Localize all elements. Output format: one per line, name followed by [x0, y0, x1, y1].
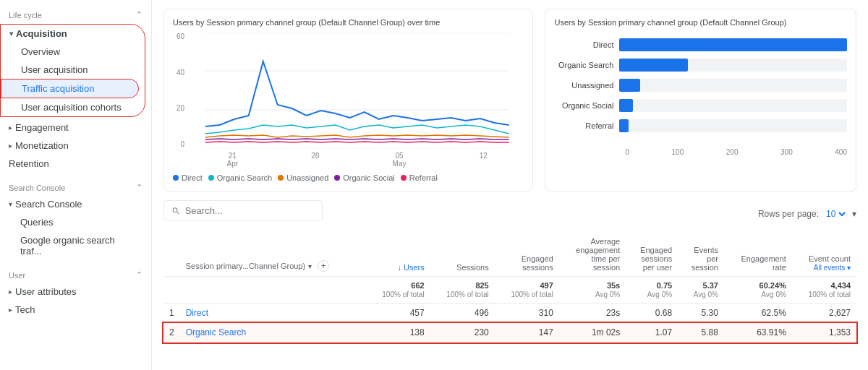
total-engaged-value: 497 — [540, 281, 553, 290]
row2-users: 138 — [366, 323, 430, 343]
sidebar-item-search-console[interactable]: ▾ Search Console — [0, 195, 145, 213]
lifecycle-collapse-icon[interactable]: ⌃ — [136, 10, 142, 20]
th-sessions[interactable]: Sessions — [430, 233, 495, 277]
bar-x-100: 100 — [672, 148, 684, 156]
data-table: Session primary...Channel Group) ▾ + ↓ U… — [163, 233, 856, 343]
total-engagement-rate: 60.24% Avg 0% — [724, 277, 792, 304]
legend-direct: Direct — [173, 173, 203, 182]
total-users-value: 662 — [411, 281, 424, 290]
th-users[interactable]: ↓ Users — [366, 233, 430, 277]
total-channel — [180, 277, 366, 304]
sidebar-item-user-attributes[interactable]: ▸ User attributes — [0, 283, 145, 301]
lifecycle-section-header: Life cycle ⌃ — [0, 6, 151, 22]
total-users-sub: 100% of total — [382, 291, 424, 298]
search-input[interactable] — [185, 205, 315, 216]
sidebar-item-acquisition[interactable]: ▾ Acquisition — [1, 25, 139, 43]
add-dimension-btn[interactable]: + — [318, 260, 329, 272]
total-eps-sub: Avg 0% — [694, 291, 718, 298]
user-collapse-icon[interactable]: ⌃ — [136, 270, 142, 280]
row2-channel[interactable]: Organic Search — [180, 323, 366, 343]
bar-track-referral — [619, 119, 847, 132]
search-console-arrow: ▾ — [9, 200, 12, 208]
th-event-count-sub[interactable]: All events ▾ — [814, 264, 851, 272]
tech-label: Tech — [15, 304, 35, 315]
bar-fill-unassigned — [619, 79, 639, 92]
legend-dot-direct — [173, 175, 179, 181]
bar-label-unassigned: Unassigned — [554, 81, 619, 90]
sidebar-item-user-acquisition[interactable]: User acquisition — [1, 61, 139, 79]
sidebar-item-retention[interactable]: Retention — [0, 155, 145, 173]
sidebar-item-traffic-acquisition[interactable]: Traffic acquisition — [1, 79, 139, 98]
sidebar-item-queries[interactable]: Queries — [0, 213, 145, 231]
x-label-21apr: 21Apr — [227, 152, 239, 168]
bar-track-organic-search — [619, 59, 847, 72]
sidebar: Life cycle ⌃ ▾ Acquisition Overview User… — [0, 0, 152, 370]
bar-track-organic-social — [619, 99, 847, 112]
legend-referral: Referral — [401, 173, 438, 182]
bar-x-200: 200 — [726, 148, 739, 156]
bar-label-organic-search: Organic Search — [554, 61, 619, 69]
total-engaged-per-user: 0.75 Avg 0% — [626, 277, 678, 304]
google-organic-label: Google organic search traf... — [20, 235, 137, 257]
monetization-arrow: ▸ — [9, 142, 12, 150]
line-chart-svg — [190, 33, 524, 148]
search-bar[interactable] — [163, 200, 323, 221]
th-avg-engagement-label: Averageengagementtime persession — [576, 237, 620, 272]
th-engagement-rate-label: Engagementrate — [741, 254, 786, 272]
rows-per-page-select[interactable]: 10 25 50 — [823, 208, 848, 220]
row2-er: 63.91% — [724, 323, 792, 343]
th-avg-engagement[interactable]: Averageengagementtime persession — [559, 233, 626, 277]
table-total-row: 662 100% of total 825 100% of total 497 … — [163, 277, 856, 304]
th-engagement-rate[interactable]: Engagementrate — [724, 233, 792, 277]
sidebar-item-engagement[interactable]: ▸ Engagement — [0, 119, 145, 137]
search-console-section-label: Search Console — [9, 184, 65, 192]
search-console-collapse-icon[interactable]: ⌃ — [136, 183, 142, 192]
th-channel-label: Session primary...Channel Group) — [186, 262, 305, 270]
x-label-12: 12 — [480, 152, 488, 168]
th-channel[interactable]: Session primary...Channel Group) ▾ + — [180, 233, 366, 277]
legend-label-direct: Direct — [182, 173, 203, 182]
total-avg-engagement: 35s Avg 0% — [559, 277, 626, 304]
total-er-value: 60.24% — [760, 281, 786, 290]
user-attributes-label: User attributes — [15, 286, 77, 297]
row1-num: 1 — [163, 304, 180, 323]
legend-organic-search: Organic Search — [208, 173, 272, 182]
total-avg-sub: Avg 0% — [595, 291, 620, 298]
acquisition-label: Acquisition — [16, 28, 67, 39]
legend-dot-organic-search — [208, 175, 214, 181]
row1-avg: 23s — [559, 304, 626, 323]
th-engaged-per-user[interactable]: Engagedsessionsper user — [626, 233, 678, 277]
th-sessions-label: Sessions — [456, 263, 489, 272]
th-events-per-session[interactable]: Eventspersession — [678, 233, 724, 277]
engagement-label: Engagement — [15, 122, 69, 133]
total-users: 662 100% of total — [366, 277, 430, 304]
lifecycle-label: Life cycle — [9, 11, 42, 20]
sidebar-item-overview[interactable]: Overview — [1, 43, 139, 61]
bar-row-direct: Direct — [554, 38, 847, 51]
tech-arrow: ▸ — [9, 306, 12, 314]
bar-x-0: 0 — [625, 148, 629, 156]
bar-row-unassigned: Unassigned — [554, 79, 847, 92]
th-engaged-sessions[interactable]: Engagedsessions — [495, 233, 559, 277]
sidebar-item-tech[interactable]: ▸ Tech — [0, 301, 145, 319]
th-num — [163, 233, 180, 277]
row2-ec: 1,353 — [792, 323, 856, 343]
th-engaged-sessions-label: Engagedsessions — [522, 254, 553, 272]
sidebar-item-google-organic[interactable]: Google organic search traf... — [0, 231, 145, 260]
total-ec-value: 4,434 — [830, 281, 851, 290]
x-label-28: 28 — [311, 152, 319, 168]
th-channel-dropdown[interactable]: ▾ — [308, 262, 312, 270]
total-sessions-value: 825 — [475, 281, 488, 290]
bar-fill-referral — [619, 119, 629, 132]
search-console-label: Search Console — [15, 199, 82, 210]
total-avg-value: 35s — [607, 281, 620, 290]
sidebar-item-monetization[interactable]: ▸ Monetization — [0, 137, 145, 155]
total-epu-sub: Avg 0% — [647, 291, 672, 298]
user-section-header: User ⌃ — [0, 266, 151, 283]
x-label-05may: 05May — [393, 152, 407, 168]
th-event-count[interactable]: Event count All events ▾ — [792, 233, 856, 277]
line-chart-container: Users by Session primary channel group (… — [163, 9, 533, 192]
sidebar-item-ua-cohorts[interactable]: User acquisition cohorts — [1, 98, 139, 116]
row1-channel[interactable]: Direct — [180, 304, 366, 323]
row1-sessions: 496 — [430, 304, 495, 323]
